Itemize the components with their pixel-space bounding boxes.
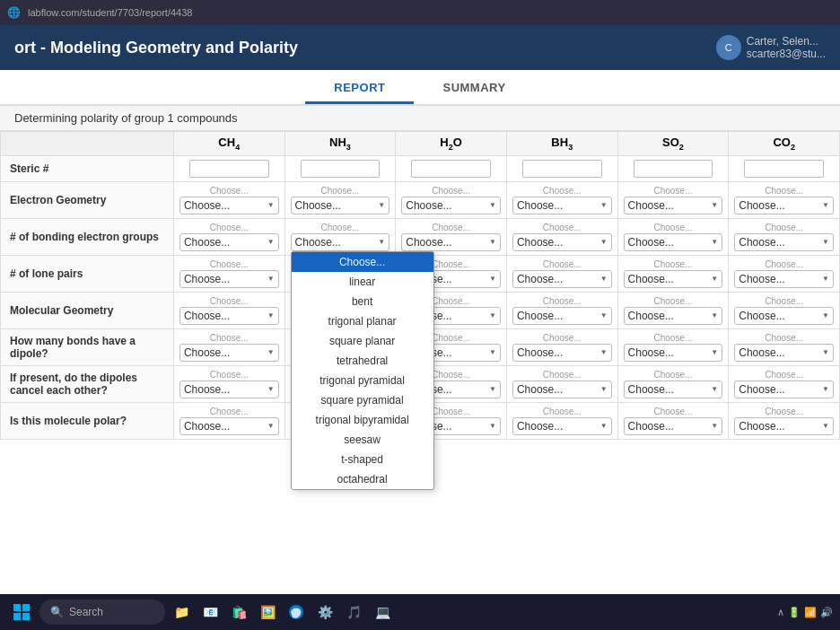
tab-report[interactable]: REPORT [305,74,414,104]
dropdown-btn-4-3[interactable]: Choose...▼ [512,307,612,325]
dropdown-btn-2-3[interactable]: Choose...▼ [512,233,612,251]
cell-1-2[interactable]: Choose...Choose...▼ [396,181,507,218]
cell-2-4[interactable]: Choose...Choose...▼ [617,218,729,255]
cell-7-3[interactable]: Choose...Choose...▼ [506,402,617,439]
cell-2-1[interactable]: Choose...Choose...▼Choose...linearbenttr… [284,218,396,255]
cell-5-3[interactable]: Choose...Choose...▼ [506,328,617,365]
dropdown-btn-2-5[interactable]: Choose...▼ [734,233,834,251]
option-7[interactable]: square pyramidal [292,390,433,410]
cell-4-4[interactable]: Choose...Choose...▼ [617,292,729,328]
dropdown-btn-2-4[interactable]: Choose...▼ [624,233,723,251]
cell-5-0[interactable]: Choose...Choose...▼ [173,328,284,365]
cell-7-4[interactable]: Choose...Choose...▼ [617,402,729,439]
cell-7-5[interactable]: Choose...Choose...▼ [729,402,840,439]
tab-summary[interactable]: SUMMARY [414,74,534,104]
option-10[interactable]: t-shaped [292,450,433,469]
dropdown-btn-2-2[interactable]: Choose...▼ [401,233,501,251]
file-explorer-icon[interactable]: 📁 [169,599,194,625]
cell-2-0[interactable]: Choose...Choose...▼ [173,218,284,255]
dropdown-btn-3-3[interactable]: Choose...▼ [512,270,612,288]
cell-0-4[interactable] [617,155,729,181]
cell-2-5[interactable]: Choose...Choose...▼ [729,218,840,255]
dropdown-btn-5-0[interactable]: Choose...▼ [179,344,279,362]
dropdown-btn-7-4[interactable]: Choose...▼ [624,417,723,435]
cell-4-3[interactable]: Choose...Choose...▼ [506,292,617,328]
option-2[interactable]: bent [292,292,433,311]
option-6[interactable]: trigonal pyramidal [292,371,433,390]
cell-1-5[interactable]: Choose...Choose...▼ [729,181,840,218]
option-3[interactable]: trigonal planar [292,311,433,331]
cell-1-1[interactable]: Choose...Choose...▼ [284,181,396,218]
settings-icon[interactable]: ⚙️ [312,599,337,625]
option-5[interactable]: tetrahedral [292,351,433,371]
steric-input-3[interactable] [522,160,602,178]
cell-3-0[interactable]: Choose...Choose...▼ [173,255,284,292]
cell-7-0[interactable]: Choose...Choose...▼ [173,402,284,439]
dropdown-btn-5-4[interactable]: Choose...▼ [624,344,723,362]
cell-3-5[interactable]: Choose...Choose...▼ [729,255,840,292]
cell-3-3[interactable]: Choose...Choose...▼ [506,255,617,292]
dropdown-btn-1-0[interactable]: Choose...▼ [179,197,279,214]
store-icon[interactable]: 🛍️ [226,599,251,625]
cell-6-3[interactable]: Choose...Choose...▼ [506,365,617,402]
option-1[interactable]: linear [292,272,433,292]
photos-icon[interactable]: 🖼️ [255,599,280,625]
dropdown-btn-2-0[interactable]: Choose...▼ [179,233,279,251]
dropdown-btn-6-4[interactable]: Choose...▼ [624,381,723,398]
edge-icon[interactable] [284,599,309,625]
option-11[interactable]: octahedral [292,469,433,489]
terminal-icon[interactable]: 💻 [370,599,395,625]
steric-input-5[interactable] [744,160,824,178]
dropdown-btn-4-4[interactable]: Choose...▼ [624,307,723,325]
option-0[interactable]: Choose... [292,252,433,272]
dropdown-btn-1-2[interactable]: Choose...▼ [401,197,501,214]
dropdown-btn-6-3[interactable]: Choose...▼ [512,381,612,398]
steric-input-4[interactable] [634,160,713,178]
start-button[interactable] [7,598,36,626]
steric-input-0[interactable] [189,160,269,178]
steric-input-1[interactable] [301,160,381,178]
dropdown-btn-1-4[interactable]: Choose...▼ [624,197,723,214]
option-9[interactable]: seesaw [292,430,433,450]
dropdown-btn-7-3[interactable]: Choose...▼ [512,417,612,435]
cell-4-0[interactable]: Choose...Choose...▼ [173,292,284,328]
cell-2-2[interactable]: Choose...Choose...▼ [396,218,507,255]
option-8[interactable]: trigonal bipyramidal [292,410,433,430]
dropdown-btn-1-5[interactable]: Choose...▼ [734,197,834,214]
dropdown-btn-3-4[interactable]: Choose...▼ [624,270,723,288]
dropdown-btn-7-5[interactable]: Choose...▼ [734,417,834,435]
option-4[interactable]: square planar [292,331,433,351]
dropdown-btn-4-0[interactable]: Choose...▼ [179,307,279,325]
dropdown-btn-3-5[interactable]: Choose...▼ [734,270,834,288]
dropdown-btn-3-0[interactable]: Choose...▼ [179,270,279,288]
dropdown-btn-1-3[interactable]: Choose...▼ [512,197,612,214]
cell-3-4[interactable]: Choose...Choose...▼ [617,255,729,292]
dropdown-btn-1-1[interactable]: Choose...▼ [291,197,390,214]
cell-0-5[interactable] [729,155,840,181]
mail-icon[interactable]: 📧 [197,599,223,625]
search-bar[interactable]: 🔍 Search [39,599,165,625]
cell-6-4[interactable]: Choose...Choose...▼ [617,365,729,402]
cell-1-0[interactable]: Choose...Choose...▼ [173,181,284,218]
cell-0-1[interactable] [284,155,396,181]
cell-6-5[interactable]: Choose...Choose...▼ [729,365,840,402]
cell-6-0[interactable]: Choose...Choose...▼ [173,365,284,402]
dropdown-btn-4-5[interactable]: Choose...▼ [734,307,834,325]
cell-1-4[interactable]: Choose...Choose...▼ [617,181,729,218]
dropdown-btn-2-1[interactable]: Choose...▼ [291,233,390,251]
cell-0-3[interactable] [506,155,617,181]
steric-input-2[interactable] [411,160,491,178]
dropdown-btn-7-0[interactable]: Choose...▼ [179,417,279,435]
cell-4-5[interactable]: Choose...Choose...▼ [729,292,840,328]
cell-1-3[interactable]: Choose...Choose...▼ [506,181,617,218]
dropdown-btn-6-0[interactable]: Choose...▼ [179,381,279,398]
cell-5-4[interactable]: Choose...Choose...▼ [617,328,729,365]
dropdown-btn-6-5[interactable]: Choose...▼ [734,381,834,398]
cell-2-3[interactable]: Choose...Choose...▼ [506,218,617,255]
cell-0-0[interactable] [173,155,284,181]
cell-0-2[interactable] [396,155,507,181]
spotify-icon[interactable]: 🎵 [341,599,366,625]
dropdown-btn-5-5[interactable]: Choose...▼ [734,344,834,362]
dropdown-btn-5-3[interactable]: Choose...▼ [512,344,612,362]
cell-5-5[interactable]: Choose...Choose...▼ [729,328,840,365]
